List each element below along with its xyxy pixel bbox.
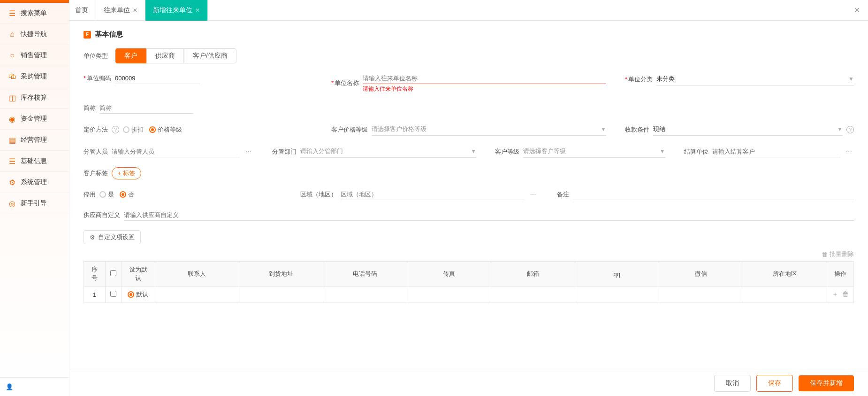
- custom-settings-label: 自定义项设置: [98, 233, 135, 241]
- row-address[interactable]: [239, 287, 323, 303]
- col-address: 到货地址: [239, 262, 323, 287]
- unit-type-group: 客户 供应商 客户/供应商: [115, 48, 236, 63]
- window-close-button[interactable]: ✕: [851, 5, 862, 16]
- sidebar-item-inventory[interactable]: ◫ 库存核算: [0, 87, 69, 109]
- sidebar-item-finance[interactable]: ◉ 资金管理: [0, 109, 69, 130]
- row-qq-input[interactable]: [580, 291, 654, 298]
- sidebar-item-label: 搜索菜单: [21, 9, 47, 17]
- tab-new-counterparty[interactable]: 新增往来单位 ✕: [145, 0, 208, 21]
- row-contact[interactable]: [155, 287, 239, 303]
- tab-home[interactable]: 首页: [75, 0, 96, 21]
- unit-code-label: *单位编码: [84, 74, 111, 83]
- region-more-icon[interactable]: ···: [528, 190, 538, 199]
- row-phone[interactable]: [323, 287, 407, 303]
- payment-terms-label: 收款条件: [625, 125, 649, 134]
- pricing-radio-group: 折扣 价格等级: [123, 125, 182, 134]
- sidebar-item-search-menu[interactable]: ☰ 搜索菜单: [0, 3, 69, 24]
- manager-more-icon[interactable]: ···: [244, 148, 253, 156]
- payment-terms-select[interactable]: 现结 ▼: [653, 123, 843, 136]
- pricing-method-label: 定价方法: [84, 125, 108, 134]
- region-input[interactable]: [341, 189, 524, 200]
- batch-delete-label: 批量删除: [830, 250, 854, 258]
- disabled-yes-label: 是: [108, 190, 114, 199]
- row-fax[interactable]: [407, 287, 491, 303]
- row-region[interactable]: [743, 287, 827, 303]
- row-wechat-input[interactable]: [664, 291, 738, 298]
- custom-settings-button[interactable]: ⚙ 自定义项设置: [84, 230, 141, 244]
- tab-new-counterparty-close[interactable]: ✕: [195, 7, 200, 14]
- disabled-yes-radio[interactable]: [99, 191, 106, 198]
- unit-type-supplier-btn[interactable]: 供应商: [146, 48, 184, 63]
- department-field: 分管部门 请输入分管部门 ▼: [272, 145, 476, 158]
- sidebar-item-label: 快捷导航: [21, 30, 47, 39]
- batch-delete-button[interactable]: 🗑 批量删除: [822, 250, 854, 258]
- unit-type-customer-btn[interactable]: 客户: [115, 48, 146, 63]
- pricing-level-option[interactable]: 价格等级: [149, 125, 182, 134]
- table-row: 1 默认: [84, 287, 854, 303]
- unit-type-both-btn[interactable]: 客户/供应商: [184, 48, 236, 63]
- abbr-input[interactable]: [99, 102, 193, 114]
- payment-help-icon[interactable]: ?: [846, 126, 854, 133]
- row-wechat[interactable]: [659, 287, 743, 303]
- region-field: 区域（地区） ···: [300, 189, 538, 200]
- row-email[interactable]: [491, 287, 575, 303]
- unit-category-field: *单位分类 未分类 ▼: [625, 73, 854, 85]
- row-email-input[interactable]: [496, 291, 570, 298]
- sidebar-item-purchase[interactable]: 🛍 采购管理: [0, 66, 69, 87]
- manager-field: 分管人员 ···: [84, 146, 253, 157]
- row-checkbox[interactable]: [110, 291, 116, 297]
- unit-code-input[interactable]: [115, 73, 199, 84]
- save-button[interactable]: 保存: [756, 375, 793, 392]
- row-seq: 1: [84, 287, 106, 303]
- row-fax-input[interactable]: [412, 291, 486, 298]
- col-checkbox[interactable]: [106, 262, 122, 287]
- remark-input[interactable]: [573, 189, 854, 200]
- sidebar-item-system[interactable]: ⚙ 系统管理: [0, 172, 69, 193]
- basic-info-icon: ☰: [8, 156, 17, 166]
- customer-price-level-select[interactable]: 请选择客户价格等级 ▼: [372, 123, 606, 136]
- row-add-button[interactable]: ＋: [832, 290, 838, 299]
- tab-counterparty[interactable]: 往来单位 ✕: [96, 0, 145, 21]
- department-placeholder: 请输入分管部门: [300, 147, 343, 155]
- row-qq[interactable]: [575, 287, 659, 303]
- row-contact-input[interactable]: [160, 291, 234, 298]
- select-all-checkbox[interactable]: [110, 270, 116, 276]
- row-phone-input[interactable]: [328, 291, 402, 298]
- row-region-input[interactable]: [748, 291, 822, 298]
- pricing-help-icon[interactable]: ?: [112, 126, 119, 133]
- supplier-custom-input[interactable]: [124, 210, 854, 221]
- sidebar-item-basic-info[interactable]: ☰ 基础信息: [0, 151, 69, 172]
- row-address-input[interactable]: [244, 291, 318, 298]
- row-default-cell: 默认: [122, 287, 155, 303]
- manager-input[interactable]: [112, 146, 240, 157]
- sidebar-item-sales[interactable]: ○ 销售管理: [0, 45, 69, 66]
- customer-price-level-field: 客户价格等级 请选择客户价格等级 ▼: [331, 123, 606, 136]
- row-default-radio[interactable]: [128, 291, 134, 298]
- row-checkbox-cell[interactable]: [106, 287, 122, 303]
- add-tag-button[interactable]: + 标签: [112, 167, 141, 179]
- guide-icon: ◎: [8, 199, 17, 208]
- unit-category-select[interactable]: 未分类 ▼: [656, 73, 854, 85]
- settlement-unit-more-icon[interactable]: ···: [844, 148, 854, 156]
- pricing-discount-option[interactable]: 折扣: [123, 125, 144, 134]
- settlement-unit-input[interactable]: [712, 146, 840, 157]
- supplier-custom-label: 供应商自定义: [84, 211, 120, 219]
- tab-counterparty-close[interactable]: ✕: [133, 7, 137, 14]
- row-delete-button[interactable]: 🗑: [842, 290, 849, 299]
- pricing-discount-radio[interactable]: [123, 126, 129, 133]
- sidebar-item-operations[interactable]: ▤ 经营管理: [0, 130, 69, 151]
- row-default-radio-item[interactable]: 默认: [126, 290, 150, 299]
- customer-level-select[interactable]: 请选择客户等级 ▼: [523, 145, 665, 158]
- disabled-no-option[interactable]: 否: [120, 190, 134, 199]
- pricing-level-radio[interactable]: [149, 126, 156, 133]
- save-and-new-button[interactable]: 保存并新增: [799, 375, 854, 391]
- payment-terms-value: 现结: [653, 125, 665, 133]
- department-select[interactable]: 请输入分管部门 ▼: [300, 145, 476, 158]
- sidebar-item-guide[interactable]: ◎ 新手引导: [0, 193, 69, 214]
- sidebar-item-quick-nav[interactable]: ⌂ 快捷导航: [0, 24, 69, 45]
- disabled-no-radio[interactable]: [120, 191, 126, 198]
- cancel-button[interactable]: 取消: [714, 375, 751, 392]
- unit-name-input[interactable]: [363, 73, 606, 84]
- system-icon: ⚙: [8, 178, 17, 187]
- disabled-yes-option[interactable]: 是: [99, 190, 114, 199]
